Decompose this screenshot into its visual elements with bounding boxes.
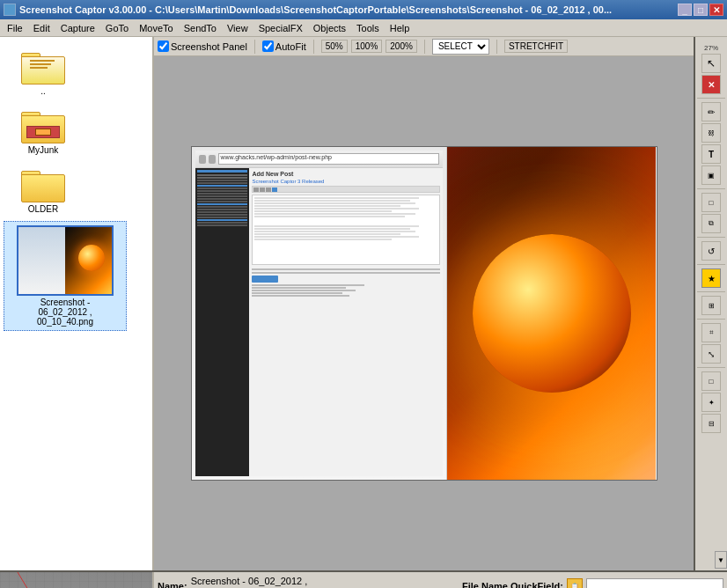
screenshot-thumbnail (17, 225, 114, 296)
preview-image: www.ghacks.net/wp-admin/post-new.php (191, 146, 657, 481)
right-toolbar: 27% ↖ ✕ ✏ ⛓ T ▣ □ ⧉ ↺ ★ ⊞ ⌗ ⤡ □ ✦ ⊟ (694, 37, 727, 570)
myjunk-folder-icon (21, 107, 65, 143)
grid-button[interactable]: ⊟ (701, 414, 721, 433)
quickfield-input[interactable] (586, 578, 723, 588)
minimap-area: Nav zoom (0, 572, 154, 588)
screenshot-panel-check[interactable]: Screenshot Panel (158, 40, 247, 52)
stamp-tool-button[interactable]: □ (701, 193, 721, 212)
zoom-select[interactable]: SELECT (432, 39, 489, 55)
center-panel: Screenshot Panel AutoFit 50% 100% 200% S… (154, 37, 694, 570)
folder-up-icon (21, 48, 65, 85)
name-label: Name: (158, 581, 187, 588)
quickfield-label: File Name QuickField: (462, 581, 563, 588)
pencil-tool-button[interactable]: ✏ (701, 102, 721, 121)
undo-button[interactable]: ↺ (701, 241, 721, 261)
shape-button[interactable]: □ (701, 371, 721, 391)
main-container: .. MyJunk OLDER (0, 37, 727, 570)
menu-sendto[interactable]: SendTo (179, 21, 222, 35)
right-toolbar-sep-2 (697, 188, 725, 189)
menu-file[interactable]: File (2, 21, 28, 35)
folder-up-label: .. (40, 86, 46, 96)
effects-button[interactable]: ✦ (701, 393, 721, 412)
menu-tools[interactable]: Tools (351, 21, 385, 35)
right-toolbar-sep-3 (697, 237, 725, 238)
filename-value: Screenshot - 06_02_2012 , 00_10_40 (191, 576, 323, 588)
crop-button[interactable]: ⌗ (701, 323, 721, 342)
menu-specialfx[interactable]: SpecialFX (253, 21, 308, 35)
bottom-panel: Nav zoom Name: Screenshot - 06_02_2012 ,… (0, 570, 727, 588)
autofit-checkbox[interactable] (262, 40, 274, 52)
titlebar-buttons: _ □ ✕ (678, 4, 723, 16)
folder-item-older[interactable]: OLDER (4, 162, 83, 217)
highlight-tool-button[interactable]: ★ (701, 268, 721, 288)
bottom-info-panel: Name: Screenshot - 06_02_2012 , 00_10_40… (154, 572, 727, 588)
text-tool-button[interactable]: T (701, 144, 721, 164)
select-region-button[interactable]: ⊞ (701, 296, 721, 315)
right-toolbar-sep-5 (697, 291, 725, 292)
folder-item-up[interactable]: .. (4, 44, 83, 99)
delete-button[interactable]: ✕ (701, 75, 721, 94)
zoom-percent: 27% (704, 44, 718, 52)
menu-bar: File Edit Capture GoTo MoveTo SendTo Vie… (0, 19, 727, 37)
right-toolbar-sep-4 (697, 264, 725, 265)
screenshot-label: Screenshot - 06_02_2012 ,00_10_40.png (30, 298, 100, 327)
menu-objects[interactable]: Objects (308, 21, 351, 35)
sc-planet-image (447, 147, 657, 480)
menu-moveto[interactable]: MoveTo (134, 21, 179, 35)
zoom-200-button[interactable]: 200% (386, 40, 417, 53)
screenshot-content: www.ghacks.net/wp-admin/post-new.php (192, 147, 657, 480)
older-folder-label: OLDER (28, 204, 58, 214)
link-tool-button[interactable]: ⛓ (701, 123, 721, 143)
toolbar-sep-4 (496, 40, 497, 54)
menu-capture[interactable]: Capture (55, 21, 100, 35)
name-row: Name: Screenshot - 06_02_2012 , 00_10_40… (158, 576, 723, 588)
left-panel: .. MyJunk OLDER (0, 37, 154, 570)
menu-edit[interactable]: Edit (28, 21, 55, 35)
older-folder-icon (21, 165, 65, 202)
sc-browser-left: www.ghacks.net/wp-admin/post-new.php (192, 147, 447, 480)
folder-item-myjunk[interactable]: MyJunk (4, 103, 83, 158)
autofit-check[interactable]: AutoFit (262, 40, 306, 52)
right-toolbar-sep-1 (697, 98, 725, 99)
menu-help[interactable]: Help (385, 21, 415, 35)
right-toolbar-sep-6 (697, 319, 725, 320)
menu-goto[interactable]: GoTo (100, 21, 134, 35)
toolbar: Screenshot Panel AutoFit 50% 100% 200% S… (154, 37, 694, 56)
minimize-button[interactable]: _ (678, 4, 692, 16)
sc-url-bar: www.ghacks.net/wp-admin/post-new.php (218, 153, 439, 165)
app-icon (4, 4, 16, 16)
stretchfit-button[interactable]: STRETCHFIT (504, 40, 568, 53)
quickfield-icon[interactable]: 📋 (567, 578, 583, 588)
maximize-button[interactable]: □ (694, 4, 708, 16)
right-toolbar-sep-7 (697, 367, 725, 368)
menu-view[interactable]: View (222, 21, 253, 35)
toolbar-sep-1 (254, 40, 255, 54)
copy-tool-button[interactable]: ⧉ (701, 214, 721, 233)
autofit-label: AutoFit (275, 41, 306, 52)
sc-back-btn (199, 155, 206, 164)
zoom-50-button[interactable]: 50% (321, 40, 348, 53)
zoom-100-button[interactable]: 100% (351, 40, 383, 53)
image-tool-button[interactable]: ▣ (701, 165, 721, 185)
toolbar-sep-2 (313, 40, 314, 54)
myjunk-folder-label: MyJunk (28, 145, 58, 155)
cursor-tool-button[interactable]: ↖ (701, 54, 721, 73)
minimap-grid: Nav zoom (0, 572, 152, 588)
resize-button[interactable]: ⤡ (701, 344, 721, 364)
sc-fwd-btn (209, 155, 216, 164)
screenshot-panel-checkbox[interactable] (158, 40, 169, 52)
preview-area: www.ghacks.net/wp-admin/post-new.php (154, 56, 694, 570)
window-title: Screenshot Captor v3.00.00 - C:\Users\Ma… (19, 4, 612, 15)
toolbar-sep-3 (424, 40, 425, 54)
thumbnail-item-screenshot[interactable]: Screenshot - 06_02_2012 ,00_10_40.png (4, 221, 127, 331)
screenshot-panel-label: Screenshot Panel (171, 41, 247, 52)
close-button[interactable]: ✕ (709, 4, 723, 16)
titlebar-left: Screenshot Captor v3.00.00 - C:\Users\Ma… (4, 4, 612, 16)
title-bar: Screenshot Captor v3.00.00 - C:\Users\Ma… (0, 0, 727, 19)
sc-browser-bar: www.ghacks.net/wp-admin/post-new.php (195, 151, 443, 168)
